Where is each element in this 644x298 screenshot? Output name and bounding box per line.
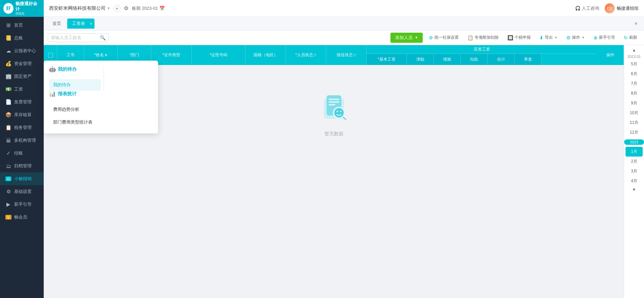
settings-button[interactable]: ⚙: [124, 5, 128, 11]
year-badge-container: 2023: [624, 139, 644, 145]
social-insurance-button[interactable]: ⚙ 统一社保设置: [426, 33, 461, 42]
todo-icon: 🤖: [49, 66, 56, 72]
sidebar-item-xiaochang[interactable]: G 小畅报销: [0, 172, 44, 185]
company-selector[interactable]: 西安虾米网络科技有限公司 ▼: [49, 5, 110, 11]
export-icon: ⬇: [539, 35, 543, 40]
dropdown-menu: 🤖 我的待办 我的待办 📊 报表统计 费用趋势分析 部门费用类型统计表: [44, 61, 158, 133]
th-pension: 养老: [515, 54, 541, 65]
month-item-2[interactable]: 2月: [624, 157, 644, 166]
header-right: 🎧 人工咨询 CE 畅捷通组组: [575, 3, 639, 13]
support-button[interactable]: 🎧 人工咨询: [575, 5, 599, 11]
add-person-button[interactable]: 添加人员 ▼: [390, 33, 423, 43]
month-nav-up[interactable]: ▲: [624, 46, 644, 54]
sidebar-nav: ⊞ 首页 📒 总账 ☁ 云报表中心 💰 资金管理 🏢 固定资产 💵 工资 📄 发…: [0, 17, 44, 298]
export-dropdown-icon: ▼: [554, 36, 558, 39]
search-input[interactable]: [51, 35, 98, 40]
operation-button[interactable]: ⚙ 操作 ▼: [564, 33, 588, 42]
th-report-status: 报送状态 ▽: [326, 45, 367, 65]
month-item-8[interactable]: 8月: [624, 89, 644, 98]
sidebar-item-invoice[interactable]: 📄 发票管理: [0, 96, 44, 108]
month-item-3[interactable]: 3月: [624, 166, 644, 176]
toolbar: 🔍 添加人员 ▼ ⚙ 统一社保设置 📋 专项附加扣除 🔲 个税申报 ⬇ 导出: [44, 30, 644, 45]
refresh-button[interactable]: ↻ 刷新: [621, 33, 640, 42]
ledger-icon: 📒: [5, 35, 11, 41]
salary-group-container: 应发工资 *基本工资 津贴 绩效: [367, 45, 597, 65]
period-display: 账期 2023-01 📅: [132, 5, 165, 11]
tax-return-button[interactable]: 🔲 个税申报: [505, 33, 533, 42]
tab-home[interactable]: 首页: [48, 19, 66, 29]
search-icon[interactable]: 🔍: [100, 35, 106, 40]
svg-rect-2: [329, 99, 339, 100]
special-deduction-icon: 📋: [467, 35, 473, 40]
operation-icon: ⚙: [566, 35, 571, 40]
th-person-status: *人员状态 ▽: [286, 45, 326, 65]
sidebar-item-member[interactable]: V 畅会员: [0, 211, 44, 224]
tax-icon: 📋: [5, 125, 11, 131]
year-badge: 2023: [624, 139, 644, 145]
sidebar-item-inventory[interactable]: 📦 库存核算: [0, 108, 44, 121]
special-deduction-button[interactable]: 📋 专项附加扣除: [465, 33, 501, 42]
empty-text: 暂无数据: [325, 131, 343, 137]
month-item-6[interactable]: 6月: [624, 69, 644, 79]
tab-bar: 首页 工资表 × ×: [44, 17, 644, 30]
tab-close-button[interactable]: ×: [90, 21, 92, 26]
month-item-7[interactable]: 7月: [624, 79, 644, 89]
select-all-checkbox[interactable]: [48, 53, 53, 58]
sidebar-item-basic[interactable]: ⚙ 基础设置: [0, 185, 44, 198]
chart-icon: 📊: [49, 91, 56, 97]
th-bonus: 绩效: [434, 54, 461, 65]
dropdown-item-my-todo[interactable]: 我的待办: [49, 79, 101, 91]
month-item-1-active[interactable]: 1月: [626, 147, 643, 157]
add-company-button[interactable]: +: [114, 5, 120, 12]
sidebar-item-guide[interactable]: ▶ 新手引导: [0, 198, 44, 211]
dropdown-section1-header: 🤖 我的待办: [49, 66, 101, 74]
close-all-tabs-button[interactable]: ×: [632, 20, 640, 28]
svg-point-7: [337, 111, 338, 112]
fixed-assets-icon: 🏢: [5, 73, 11, 79]
sidebar-item-salary[interactable]: 💵 工资: [0, 83, 44, 96]
svg-line-9: [343, 117, 346, 120]
new-guide-button[interactable]: ⊕ 新手引导: [591, 33, 618, 42]
company-dropdown-icon: ▼: [107, 6, 110, 10]
member-icon: V: [5, 215, 11, 220]
top-header: 西安虾米网络科技有限公司 ▼ + ⚙ 账期 2023-01 📅 🎧 人工咨询 C…: [44, 0, 644, 17]
month-item-12[interactable]: 12月: [624, 128, 644, 137]
month-item-4[interactable]: 4月: [624, 176, 644, 186]
sidebar-item-multi-org[interactable]: 🏛 多机构管理: [0, 134, 44, 147]
avatar: CE: [605, 3, 615, 13]
name-sort-icon[interactable]: ⇅: [105, 53, 107, 57]
new-guide-icon: ⊕: [594, 35, 598, 40]
export-button[interactable]: ⬇ 导出 ▼: [537, 33, 560, 42]
basic-icon: ⚙: [5, 189, 11, 195]
th-basic-salary: *基本工资: [367, 54, 407, 65]
svg-rect-3: [329, 101, 339, 103]
salary-group-label: 应发工资: [367, 45, 597, 54]
sidebar-item-settlement[interactable]: ✓ 结账: [0, 147, 44, 160]
dropdown-item-cost-trend[interactable]: 费用趋势分析: [49, 104, 101, 115]
dropdown-item-dept-cost[interactable]: 部门费用类型统计表: [49, 117, 101, 128]
report-status-filter-icon[interactable]: ▽: [353, 53, 356, 57]
app-logo: 好 畅捷通好会计 旗舰版: [0, 0, 44, 17]
month-item-9[interactable]: 9月: [624, 98, 644, 108]
calendar-icon[interactable]: 📅: [159, 6, 165, 11]
svg-point-6: [334, 108, 344, 118]
month-nav-down[interactable]: ▼: [624, 186, 644, 193]
month-item-10[interactable]: 10月: [624, 108, 644, 118]
sidebar-item-fixed-assets[interactable]: 🏢 固定资产: [0, 70, 44, 83]
user-menu[interactable]: CE 畅捷通组组: [605, 3, 639, 13]
tab-salary-sheet[interactable]: 工资表 ×: [67, 19, 94, 29]
tab-bar-right: ×: [96, 20, 640, 28]
sidebar-item-cloud-report[interactable]: ☁ 云报表中心: [0, 44, 44, 57]
sidebar-item-tax[interactable]: 📋 税务管理: [0, 121, 44, 134]
month-item-5[interactable]: 5月: [624, 59, 644, 69]
dropdown-divider: [104, 66, 104, 91]
refresh-icon: ↻: [624, 35, 628, 40]
month-item-11[interactable]: 11月: [624, 118, 644, 128]
sidebar-item-finance[interactable]: 💰 资金管理: [0, 57, 44, 70]
salary-group-cols: *基本工资 津贴 绩效 扣款 合: [367, 54, 597, 65]
sidebar-item-archive[interactable]: 🗂 归档管理: [0, 160, 44, 172]
person-status-filter-icon[interactable]: ▽: [314, 53, 316, 57]
sidebar-item-ledger[interactable]: 📒 总账: [0, 32, 44, 44]
sidebar-item-home[interactable]: ⊞ 首页: [0, 19, 44, 32]
finance-icon: 💰: [5, 61, 11, 67]
